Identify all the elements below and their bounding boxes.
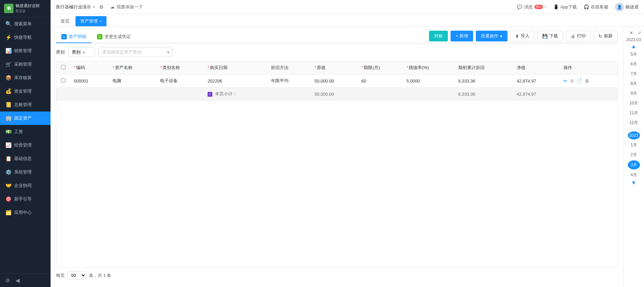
month-5[interactable]: 5月 bbox=[623, 50, 644, 59]
sidebar-item-sales[interactable]: 📊 销售管理 bbox=[0, 44, 51, 58]
system-icon: ⚙️ bbox=[5, 169, 11, 175]
category-type-select[interactable]: 类别 ▾ bbox=[68, 47, 95, 57]
month-4[interactable]: 4月 bbox=[623, 170, 644, 180]
panel-close-icon[interactable]: ✕ bbox=[628, 29, 635, 36]
th-initial-accumulated: 期初累计折旧 bbox=[454, 61, 513, 74]
sidebar-item-operations[interactable]: 📈 经营管理 bbox=[0, 138, 51, 152]
sidebar-item-ledger[interactable]: 📒 总账管理 bbox=[0, 98, 51, 111]
row-code: 000001 bbox=[70, 74, 109, 88]
print-icon: 🖨 bbox=[571, 34, 575, 39]
sidebar-item-apps[interactable]: 🗂️ 应用中心 bbox=[0, 206, 51, 219]
scroll-up-icon[interactable]: ▲ bbox=[631, 43, 637, 50]
user-menu[interactable]: 👤 畅捷通 bbox=[615, 3, 639, 11]
delete-icon[interactable]: 🗑 bbox=[585, 78, 589, 84]
month-11[interactable]: 11月 bbox=[623, 108, 644, 118]
import-button[interactable]: ⬇ 导入 bbox=[510, 31, 534, 41]
voucher-gen-tab-icon: V bbox=[97, 34, 102, 39]
sidebar-item-payroll[interactable]: 💵 工资 bbox=[0, 125, 51, 138]
month-6[interactable]: 6月 bbox=[623, 59, 644, 69]
sub-tab-voucher-gen[interactable]: V 变更生成凭证 bbox=[92, 31, 136, 43]
purchase-icon: 🛒 bbox=[5, 61, 11, 67]
asset-detail-tab-label: 资产明细 bbox=[69, 34, 86, 40]
refresh-button[interactable]: ↻ 刷新 bbox=[593, 31, 618, 41]
sidebar-item-fixed-assets[interactable]: 🏢 固定资产 bbox=[0, 111, 51, 125]
ledger-icon: 📒 bbox=[5, 102, 11, 108]
sidebar-item-label: 采购管理 bbox=[14, 61, 32, 67]
th-depreciation: 折旧方法 bbox=[267, 61, 310, 74]
message-label: 消息 bbox=[524, 4, 533, 10]
sub-tab-asset-detail[interactable]: ≡ 资产明细 bbox=[56, 31, 92, 43]
month-3-current[interactable]: 3月 bbox=[628, 160, 640, 169]
page-size-label: 每页 bbox=[56, 273, 65, 279]
customer-service-button[interactable]: 🎧 在线客服 bbox=[584, 4, 608, 10]
sidebar-item-label: 搜索菜单 bbox=[14, 21, 32, 27]
app-download-button[interactable]: 📱 App下载 bbox=[553, 4, 577, 10]
avatar: 👤 bbox=[615, 3, 624, 11]
basic-info-icon: 📋 bbox=[5, 156, 11, 162]
tab-home[interactable]: 首页 bbox=[56, 16, 74, 26]
sidebar-item-quick-nav[interactable]: ⚡ 快捷导航 bbox=[0, 31, 51, 44]
year-2023[interactable]: 2023 bbox=[628, 131, 640, 139]
subtotal-empty-7 bbox=[402, 88, 454, 101]
select-all-checkbox[interactable] bbox=[61, 65, 65, 69]
row-checkbox[interactable] bbox=[61, 78, 65, 83]
operations-icon: 📈 bbox=[5, 142, 11, 148]
subtotal-empty-4 bbox=[156, 88, 204, 101]
collapse-icon[interactable]: ◀ bbox=[16, 277, 20, 284]
month-8[interactable]: 8月 bbox=[623, 79, 644, 89]
month-7[interactable]: 7月 bbox=[623, 69, 644, 79]
sidebar-item-search[interactable]: 🔍 搜索菜单 bbox=[0, 17, 51, 31]
sidebar-bottom: ⚙ ◀ bbox=[0, 274, 51, 287]
page-size-select[interactable]: 20 50 100 bbox=[67, 271, 86, 280]
subtotal-label: 本页小计： bbox=[215, 91, 237, 96]
sidebar-item-funds[interactable]: 💰 资金管理 bbox=[0, 85, 51, 98]
tab-asset-mgmt[interactable]: 资产管理 × bbox=[75, 16, 106, 26]
topbar-right: 💬 消息 99+ + 📱 App下载 🎧 在线客服 👤 畅捷通 bbox=[517, 3, 639, 11]
print-button[interactable]: 🖨 打印 bbox=[566, 31, 591, 41]
sidebar-item-label: 工资 bbox=[14, 129, 23, 135]
batch-button[interactable]: 批量操作 ▾ bbox=[476, 31, 508, 41]
experience-button[interactable]: ☁ 我要体验一下 bbox=[110, 4, 143, 10]
company-settings-icon[interactable]: ⚙ bbox=[99, 4, 103, 10]
sidebar-item-system[interactable]: ⚙️ 系统管理 bbox=[0, 165, 51, 179]
subtotal-empty-1 bbox=[56, 88, 70, 101]
sidebar-item-basic-info[interactable]: 📋 基础信息 bbox=[0, 152, 51, 165]
sidebar-item-purchase[interactable]: 🛒 采购管理 bbox=[0, 58, 51, 71]
row-op-icons: ✏ ⧉ 📄 🗑 bbox=[563, 78, 613, 84]
reconcile-button[interactable]: 对账 bbox=[429, 31, 448, 41]
detail-icon[interactable]: 📄 bbox=[576, 78, 582, 84]
category-type-arrow-icon: ▾ bbox=[83, 50, 85, 55]
tab-close-icon[interactable]: × bbox=[100, 19, 102, 23]
category-value-select[interactable]: 请选择固定资产类别 ▾ bbox=[98, 47, 173, 57]
category-type-value: 类别 bbox=[72, 49, 81, 55]
download-button[interactable]: 💾 下载 bbox=[537, 31, 563, 41]
new-button[interactable]: + 新增 bbox=[451, 31, 473, 41]
settings-icon[interactable]: ⚙ bbox=[5, 277, 10, 284]
copy-icon[interactable]: ⧉ bbox=[570, 78, 574, 84]
subtotal-original-value: 50,000.00 bbox=[310, 88, 357, 101]
edit-icon[interactable]: ✏ bbox=[563, 78, 568, 84]
panel-expand-icon[interactable]: ⤢ bbox=[636, 29, 643, 36]
message-button[interactable]: 💬 消息 99+ + bbox=[517, 4, 547, 10]
month-12[interactable]: 12月 bbox=[623, 118, 644, 128]
apps-icon: 🗂️ bbox=[5, 210, 11, 216]
company-name: 医疗器械行业演示 bbox=[56, 4, 91, 10]
th-checkbox bbox=[56, 61, 70, 74]
month-2[interactable]: 2月 bbox=[623, 150, 644, 160]
scroll-down-icon[interactable]: ▼ bbox=[631, 180, 637, 186]
sidebar-item-guide[interactable]: 🎯 新手引导 bbox=[0, 192, 51, 206]
asset-table-wrap: *编码 *资产名称 *类别名称 *购买日期 折旧方法 *原值 *期限(月) *残… bbox=[56, 61, 618, 268]
import-icon: ⬇ bbox=[515, 34, 519, 39]
sidebar-item-enterprise[interactable]: 🤝 企业协同 bbox=[0, 179, 51, 192]
month-9[interactable]: 9月 bbox=[623, 89, 644, 98]
sidebar-item-inventory[interactable]: 📦 库存核算 bbox=[0, 71, 51, 85]
category-label: 类别 bbox=[56, 49, 65, 55]
subtotal-row: 小 本页小计： 50,000.00 6,333.36 42,874.97 bbox=[56, 88, 617, 101]
sidebar: 畅 畅捷通好业财 普及版 🔍 搜索菜单 ⚡ 快捷导航 📊 销售管理 🛒 采购管理… bbox=[0, 0, 51, 287]
asset-table: *编码 *资产名称 *类别名称 *购买日期 折旧方法 *原值 *期限(月) *残… bbox=[56, 61, 617, 101]
filter-row: 类别 类别 ▾ 请选择固定资产类别 ▾ bbox=[56, 47, 618, 57]
month-1[interactable]: 1月 bbox=[623, 140, 644, 150]
month-10[interactable]: 10月 bbox=[623, 98, 644, 108]
company-selector[interactable]: 医疗器械行业演示 ▾ bbox=[56, 4, 95, 10]
panel-header: ✕ ⤢ bbox=[623, 28, 644, 36]
